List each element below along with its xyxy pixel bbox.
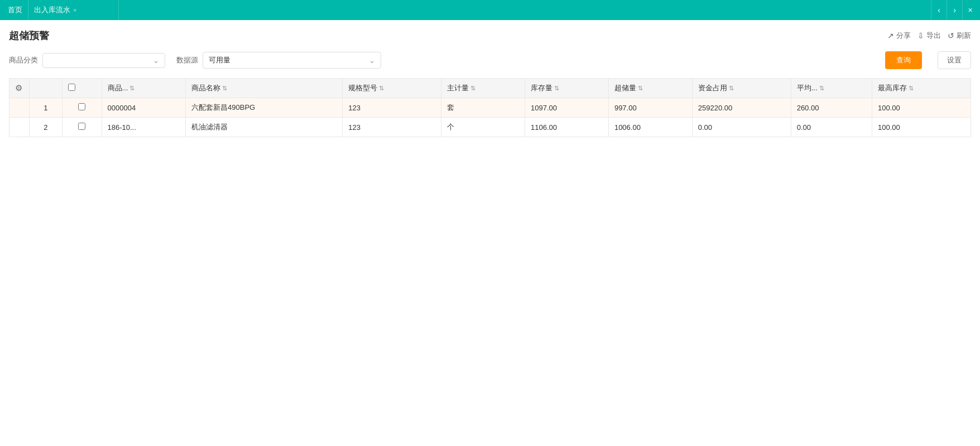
col-code-header[interactable]: 商品...⇅ <box>102 79 186 98</box>
col-check-header[interactable] <box>62 79 102 98</box>
row-spec: 123 <box>343 98 441 118</box>
share-label: 分享 <box>896 31 911 41</box>
row-capital: 0.00 <box>692 118 791 137</box>
col-stock-header[interactable]: 库存量⇅ <box>525 79 609 98</box>
col-name-header[interactable]: 商品名称⇅ <box>186 79 343 98</box>
chevron-down-icon-2: ⌄ <box>369 56 375 65</box>
row-max: 100.00 <box>872 118 971 137</box>
col-spec-header[interactable]: 规格型号⇅ <box>343 79 441 98</box>
page-title: 超储预警 <box>9 29 49 42</box>
category-filter: 商品分类 ⌄ <box>9 53 165 68</box>
table-row: 2 186-10... 机油滤清器 123 个 1106.00 1006.00 … <box>9 118 971 137</box>
close-icon[interactable]: × <box>73 7 76 13</box>
row-checkbox[interactable] <box>78 103 85 110</box>
col-avg-header[interactable]: 平均...⇅ <box>791 79 872 98</box>
refresh-icon: ↺ <box>948 31 954 40</box>
col-unit-header[interactable]: 主计量⇅ <box>441 79 525 98</box>
row-spec: 123 <box>343 118 441 137</box>
row-avg: 0.00 <box>791 118 872 137</box>
datasource-select-value: 可用量 <box>209 55 230 65</box>
row-capital: 259220.00 <box>692 98 791 118</box>
nav-prev-arrow[interactable]: ‹ <box>931 0 947 20</box>
nav-close-arrow[interactable]: × <box>962 0 978 20</box>
nav-tabs: 拣货任务管理×拣货异常处理×现存量（库存状况表）×现存量（库存分布表）×库存批次… <box>28 0 119 20</box>
row-avg: 260.00 <box>791 98 872 118</box>
datasource-filter: 数据源 可用量 ⌄ <box>176 52 381 69</box>
gear-icon[interactable]: ⚙ <box>15 83 22 93</box>
datasource-label: 数据源 <box>176 55 198 65</box>
settings-button[interactable]: 设置 <box>938 51 971 69</box>
col-max-header[interactable]: 最高库存⇅ <box>872 79 971 98</box>
export-label: 导出 <box>926 31 941 41</box>
col-index-header <box>30 79 63 98</box>
row-unit: 套 <box>441 98 525 118</box>
nav-arrows: ‹ › × <box>931 0 978 20</box>
row-code: 0000004 <box>102 98 186 118</box>
category-select[interactable]: ⌄ <box>42 53 165 68</box>
row-over: 1006.00 <box>608 118 692 137</box>
chevron-down-icon: ⌄ <box>153 56 159 65</box>
export-icon: ⇩ <box>917 31 924 40</box>
col-over-header[interactable]: 超储量⇅ <box>608 79 692 98</box>
row-checkbox-cell[interactable] <box>62 98 102 118</box>
share-button[interactable]: ↗ 分享 <box>887 31 911 41</box>
row-max: 100.00 <box>872 98 971 118</box>
refresh-button[interactable]: ↺ 刷新 <box>948 31 971 41</box>
nav-home[interactable]: 首页 <box>2 0 28 20</box>
row-stock: 1097.00 <box>525 98 609 118</box>
table-header-row: ⚙ 商品...⇅ 商品名称⇅ 规格型号⇅ 主计量⇅ 库存量⇅ 超储量⇅ 资金占用… <box>9 79 971 98</box>
row-index: 2 <box>30 118 63 137</box>
datasource-select[interactable]: 可用量 ⌄ <box>203 52 381 69</box>
page-header: 超储预警 ↗ 分享 ⇩ 导出 ↺ 刷新 <box>9 29 971 42</box>
row-stock: 1106.00 <box>525 118 609 137</box>
row-name: 六配套新昌490BPG <box>186 98 343 118</box>
row-unit: 个 <box>441 118 525 137</box>
row-over: 997.00 <box>608 98 692 118</box>
table-body: 1 0000004 六配套新昌490BPG 123 套 1097.00 997.… <box>9 98 971 137</box>
nav-next-arrow[interactable]: › <box>947 0 962 20</box>
select-all-checkbox[interactable] <box>68 84 75 91</box>
nav-tab-tab6[interactable]: 出入库流水× <box>28 0 119 20</box>
row-gear-cell <box>9 98 30 118</box>
query-button[interactable]: 查询 <box>885 51 922 69</box>
col-capital-header[interactable]: 资金占用⇅ <box>692 79 791 98</box>
data-table: ⚙ 商品...⇅ 商品名称⇅ 规格型号⇅ 主计量⇅ 库存量⇅ 超储量⇅ 资金占用… <box>9 78 971 137</box>
header-actions: ↗ 分享 ⇩ 导出 ↺ 刷新 <box>887 31 971 41</box>
table-row: 1 0000004 六配套新昌490BPG 123 套 1097.00 997.… <box>9 98 971 118</box>
row-checkbox-cell[interactable] <box>62 118 102 137</box>
top-nav: 首页 拣货任务管理×拣货异常处理×现存量（库存状况表）×现存量（库存分布表）×库… <box>0 0 980 20</box>
export-button[interactable]: ⇩ 导出 <box>917 31 941 41</box>
refresh-label: 刷新 <box>957 31 971 41</box>
page-container: 超储预警 ↗ 分享 ⇩ 导出 ↺ 刷新 商品分类 ⌄ 数据源 <box>0 20 980 446</box>
row-name: 机油滤清器 <box>186 118 343 137</box>
filter-row: 商品分类 ⌄ 数据源 可用量 ⌄ 查询 设置 <box>9 51 971 69</box>
row-code: 186-10... <box>102 118 186 137</box>
nav-home-label: 首页 <box>8 5 22 15</box>
col-gear[interactable]: ⚙ <box>9 79 30 98</box>
row-checkbox[interactable] <box>78 123 85 130</box>
category-label: 商品分类 <box>9 55 38 65</box>
row-gear-cell <box>9 118 30 137</box>
share-icon: ↗ <box>887 31 894 40</box>
row-index: 1 <box>30 98 63 118</box>
